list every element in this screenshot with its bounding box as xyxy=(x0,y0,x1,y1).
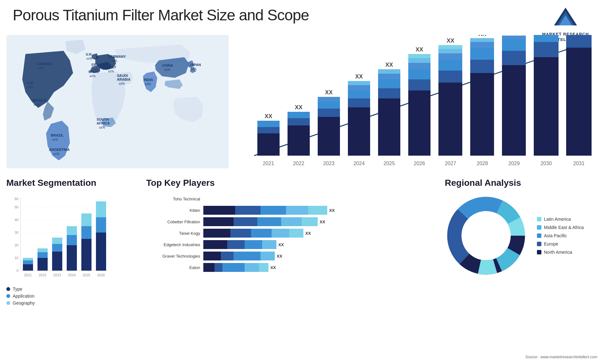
svg-rect-108 xyxy=(37,248,48,252)
geography-dot xyxy=(6,301,10,305)
svg-rect-23 xyxy=(348,107,370,156)
svg-rect-60 xyxy=(502,65,526,156)
svg-text:2023: 2023 xyxy=(53,273,61,277)
china-label: CHINA xyxy=(162,64,173,67)
svg-rect-42 xyxy=(408,54,430,58)
svg-rect-46 xyxy=(438,71,462,83)
north-america-color xyxy=(537,250,541,254)
legend-application: Application xyxy=(6,293,127,299)
svg-rect-24 xyxy=(348,98,370,107)
seg-legend: Type Application Geography xyxy=(6,286,127,306)
svg-rect-110 xyxy=(67,226,77,235)
svg-rect-19 xyxy=(318,102,340,109)
saudi-label2: ARABIA xyxy=(117,78,131,81)
svg-rect-31 xyxy=(378,88,400,98)
bar-seg-navy xyxy=(227,240,245,249)
svg-rect-17 xyxy=(318,117,340,156)
player-eaton-name: Eaton xyxy=(146,265,200,270)
svg-rect-55 xyxy=(470,48,494,60)
svg-text:2025: 2025 xyxy=(383,161,395,166)
saudi-pct: xx% xyxy=(119,82,125,85)
bar-seg-blue xyxy=(261,206,286,215)
svg-text:10: 10 xyxy=(15,256,18,260)
svg-text:30: 30 xyxy=(15,231,18,234)
player-edgetech-val: XX xyxy=(278,242,284,247)
seg-chart-container: 0 10 20 30 40 50 60 2021 2022 2023 2024 xyxy=(6,194,127,283)
germany-pct: xx% xyxy=(111,59,117,63)
italy-pct: xx% xyxy=(108,70,114,73)
france-label: FRANCE xyxy=(92,63,106,67)
latin-america-color xyxy=(537,217,541,221)
bar-seg-dark xyxy=(203,263,214,272)
svg-text:20: 20 xyxy=(15,243,18,247)
svg-rect-57 xyxy=(470,38,494,42)
svg-rect-20 xyxy=(318,97,340,102)
svg-rect-40 xyxy=(408,63,430,69)
uk-label: U.K. xyxy=(86,52,93,56)
india-pct: xx% xyxy=(145,82,151,86)
player-taisei-bar-segs xyxy=(203,229,303,238)
southafrica-label: SOUTH xyxy=(97,118,109,121)
legend-geography: Geography xyxy=(6,300,127,306)
svg-rect-112 xyxy=(96,201,106,217)
top-players-section: Top Key Players Toho Technical Kitten xyxy=(127,178,445,356)
bar-seg-light xyxy=(261,252,275,260)
player-cobetter-bar-segs xyxy=(203,217,318,226)
svg-rect-100 xyxy=(96,233,106,271)
svg-text:XX: XX xyxy=(447,37,454,44)
svg-rect-34 xyxy=(378,69,400,74)
europe-color xyxy=(537,242,541,246)
svg-rect-95 xyxy=(23,264,33,271)
player-kitten: Kitten XX xyxy=(146,206,445,215)
svg-rect-56 xyxy=(470,42,494,48)
svg-rect-32 xyxy=(378,79,400,88)
bar-chart-section: XX 2021 XX 2022 XX 2023 XX 2024 XX 2025 xyxy=(229,35,604,172)
mexico-pct: xx% xyxy=(34,103,40,106)
player-eaton-bar-segs xyxy=(203,263,268,272)
player-eaton: Eaton XX xyxy=(146,263,445,272)
bar-seg-light xyxy=(286,206,308,215)
svg-rect-33 xyxy=(378,74,400,79)
bar-seg-light xyxy=(245,263,259,272)
svg-rect-96 xyxy=(37,258,48,271)
svg-text:XX: XX xyxy=(355,73,363,80)
bar-seg-teal xyxy=(259,263,268,272)
svg-rect-68 xyxy=(534,35,559,42)
svg-rect-25 xyxy=(348,91,370,98)
mea-label: Middle East & Africa xyxy=(544,225,584,230)
bar-seg-teal xyxy=(289,229,303,238)
player-graver-bar: XX xyxy=(203,252,445,260)
china-pct: xx% xyxy=(164,68,170,71)
uk-pct: xx% xyxy=(86,57,92,60)
svg-text:XX: XX xyxy=(385,62,393,68)
svg-rect-48 xyxy=(438,53,462,60)
legend-latin-america: Latin America xyxy=(537,217,584,222)
player-kitten-bar-segs xyxy=(203,206,327,215)
bar-seg-blue xyxy=(222,263,245,272)
player-taisei-bar: XX xyxy=(203,229,445,238)
svg-rect-111 xyxy=(81,213,92,226)
bar-seg-dark xyxy=(203,252,221,260)
argentina-pct: xx% xyxy=(53,152,59,156)
player-kitten-val: XX xyxy=(329,208,335,213)
bar-seg-teal xyxy=(308,206,327,215)
player-taisei-name: Taisei Kogy xyxy=(146,231,200,236)
svg-rect-71 xyxy=(566,48,592,156)
donut-chart xyxy=(445,194,527,277)
asia-pacific-color xyxy=(537,233,541,238)
bar-seg-teal xyxy=(302,217,318,226)
svg-rect-54 xyxy=(470,60,494,73)
svg-rect-106 xyxy=(96,217,106,233)
bar-seg-blue xyxy=(251,229,272,238)
svg-text:2029: 2029 xyxy=(508,161,520,166)
logo-icon xyxy=(553,6,578,32)
japan-pct: xx% xyxy=(191,67,197,71)
growth-bar-chart: XX 2021 XX 2022 XX 2023 XX 2024 XX 2025 xyxy=(229,35,604,172)
asia-pacific-label: Asia Pacific xyxy=(544,233,567,238)
svg-rect-99 xyxy=(81,239,92,271)
southafrica-pct: xx% xyxy=(99,126,105,129)
bar-seg-light xyxy=(281,217,302,226)
svg-rect-102 xyxy=(37,252,48,258)
canada-label: CANADA xyxy=(37,62,52,66)
svg-text:XX: XX xyxy=(265,113,272,119)
